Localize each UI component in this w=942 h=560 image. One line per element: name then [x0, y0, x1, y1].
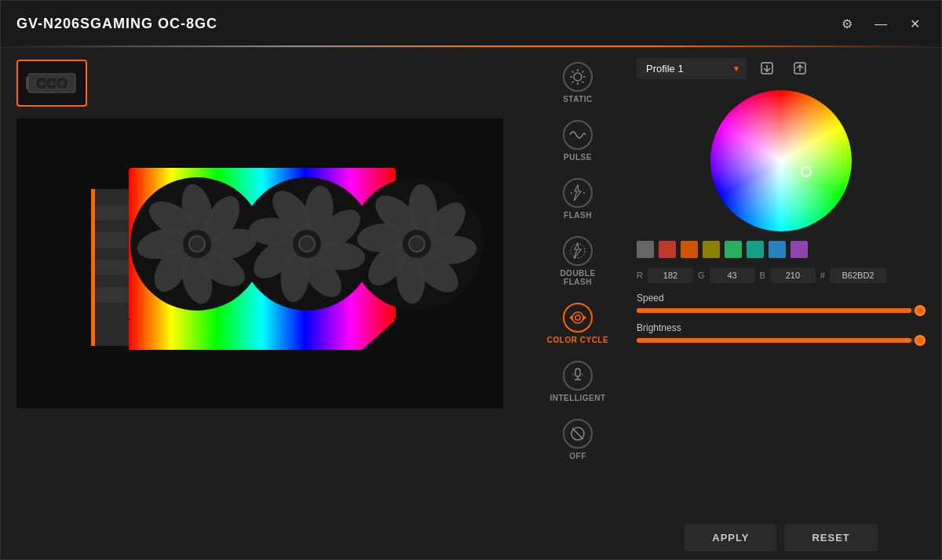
main-content: STATIC PULSE FLASH DOUBLE [1, 48, 941, 559]
svg-line-57 [582, 71, 584, 73]
b-label: B [760, 271, 765, 280]
import-profile-button[interactable] [754, 56, 780, 81]
apply-button[interactable]: APPLY [685, 524, 776, 551]
mode-flash[interactable]: FLASH [542, 172, 613, 226]
swatch-orange[interactable] [681, 241, 698, 258]
flash-icon [563, 178, 593, 208]
export-icon [793, 61, 807, 75]
mode-pulse[interactable]: PULSE [542, 114, 613, 168]
swatch-teal[interactable] [747, 241, 764, 258]
pulse-label: PULSE [564, 153, 592, 162]
g-label: G [698, 271, 705, 280]
speed-slider-thumb[interactable] [915, 305, 926, 316]
r-label: R [637, 271, 643, 280]
svg-rect-10 [91, 189, 95, 346]
svg-point-38 [299, 236, 315, 252]
off-icon [563, 419, 593, 449]
rgba-row: R G B # [637, 267, 926, 283]
color-swatches [637, 241, 926, 258]
svg-point-2 [39, 81, 44, 85]
left-panel [1, 48, 535, 559]
svg-marker-64 [569, 315, 572, 320]
b-input[interactable] [770, 267, 816, 283]
color-cycle-label: COLOR CYCLE [547, 336, 608, 344]
r-input[interactable] [648, 267, 693, 283]
color-wheel-container [637, 90, 926, 231]
swatch-blue[interactable] [769, 241, 786, 258]
brightness-label: Brightness [637, 322, 926, 333]
svg-line-56 [582, 82, 584, 83]
swatch-purple[interactable] [790, 241, 808, 258]
svg-point-28 [189, 236, 205, 252]
speed-slider-track[interactable] [637, 308, 926, 313]
svg-rect-13 [95, 260, 129, 275]
hash-label: # [820, 271, 825, 280]
brightness-slider-fill [637, 338, 911, 343]
reset-button[interactable]: RESET [784, 524, 877, 551]
swatch-green[interactable] [725, 241, 742, 258]
minimize-button[interactable]: — [870, 13, 892, 35]
static-icon [563, 62, 593, 92]
export-profile-button[interactable] [787, 56, 812, 81]
swatch-gray[interactable] [637, 241, 654, 258]
svg-marker-49 [129, 320, 396, 350]
svg-point-48 [409, 236, 425, 252]
title-controls: ⚙ — ✕ [836, 13, 926, 35]
profile-select[interactable]: Profile 1 Profile 2 Profile 3 [637, 58, 747, 79]
window-title: GV-N206SGAMING OC-8GC [16, 16, 217, 32]
speed-label: Speed [637, 293, 926, 304]
svg-rect-12 [95, 232, 129, 248]
speed-slider-row: Speed [637, 293, 926, 313]
svg-point-4 [49, 81, 54, 85]
intelligent-icon [563, 361, 593, 391]
slider-section: Speed Brightness [637, 293, 926, 343]
close-button[interactable]: ✕ [904, 13, 926, 35]
swatch-yellow[interactable] [703, 241, 720, 258]
right-panel: Profile 1 Profile 2 Profile 3 [621, 48, 941, 559]
device-thumbnail[interactable] [16, 60, 87, 107]
brightness-slider-track[interactable] [637, 338, 926, 343]
profile-row: Profile 1 Profile 2 Profile 3 [637, 56, 926, 81]
speed-slider-fill [637, 308, 911, 313]
svg-point-65 [575, 315, 580, 320]
mode-double-flash[interactable]: DOUBLE FLASH [542, 230, 613, 293]
color-wheel-wrapper [710, 90, 852, 231]
color-cycle-icon [563, 303, 593, 333]
double-flash-label: DOUBLE FLASH [546, 269, 609, 286]
bottom-buttons: APPLY RESET [637, 524, 926, 551]
svg-rect-14 [95, 287, 129, 303]
mode-color-cycle[interactable]: COLOR CYCLE [542, 296, 613, 351]
svg-rect-7 [26, 77, 29, 89]
swatch-red[interactable] [659, 241, 676, 258]
brightness-slider-row: Brightness [637, 322, 926, 343]
mode-off[interactable]: OFF [542, 413, 613, 467]
off-label: OFF [569, 452, 586, 460]
double-flash-icon [563, 236, 593, 266]
app-window: GV-N206SGAMING OC-8GC ⚙ — ✕ [0, 0, 942, 560]
svg-rect-66 [575, 369, 580, 376]
mode-panel: STATIC PULSE FLASH DOUBLE [535, 48, 621, 559]
color-wheel-cursor [801, 166, 812, 177]
mode-static[interactable]: STATIC [542, 56, 613, 110]
gpu-preview [16, 118, 503, 409]
import-icon [760, 61, 774, 75]
svg-rect-11 [95, 205, 129, 220]
svg-point-50 [574, 73, 582, 81]
g-input[interactable] [710, 267, 755, 283]
brightness-slider-thumb[interactable] [915, 335, 926, 346]
title-bar: GV-N206SGAMING OC-8GC ⚙ — ✕ [1, 1, 941, 48]
svg-marker-63 [583, 315, 586, 320]
svg-line-72 [572, 428, 583, 439]
pulse-icon [563, 120, 593, 150]
hex-input[interactable] [830, 267, 886, 283]
color-wheel[interactable] [710, 90, 852, 231]
static-label: STATIC [563, 95, 593, 104]
svg-point-6 [60, 81, 64, 85]
device-thumbnail-icon [24, 67, 79, 99]
mode-intelligent[interactable]: INTELLIGENT [542, 355, 613, 409]
profile-select-wrapper: Profile 1 Profile 2 Profile 3 [637, 58, 747, 79]
gpu-visualization [16, 118, 503, 409]
settings-button[interactable]: ⚙ [836, 13, 858, 35]
flash-label: FLASH [564, 211, 592, 220]
intelligent-label: INTELLIGENT [550, 394, 605, 402]
